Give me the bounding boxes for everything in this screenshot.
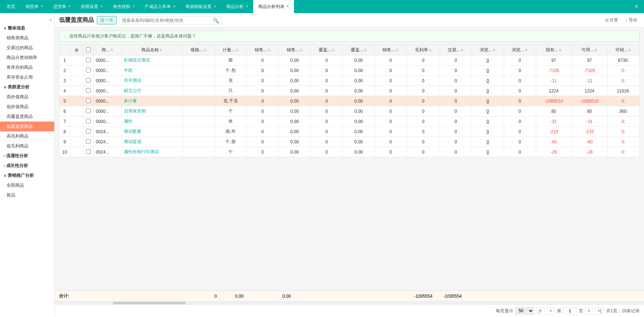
check-all-checkbox[interactable] xyxy=(86,47,91,52)
sidebar-item-high-margin[interactable]: 高毛利商品 xyxy=(0,131,54,141)
row-checkbox[interactable] xyxy=(86,58,91,62)
spec-column-header[interactable]: 规格...⇅ xyxy=(182,45,215,55)
sort-icon: ⇅ xyxy=(300,48,303,52)
nav-item-analysis[interactable]: 商品分析 × xyxy=(221,0,253,13)
page-size-select[interactable]: 50 100 200 xyxy=(515,307,534,315)
search-input[interactable] xyxy=(122,18,213,23)
row-browse1[interactable]: 0 xyxy=(472,106,504,116)
unit-column-header[interactable]: 计量...⇅ xyxy=(215,45,247,55)
row-checkbox[interactable] xyxy=(86,119,91,123)
nav-item-purchase[interactable]: 进货单 × xyxy=(48,0,76,13)
next-page-button[interactable]: > xyxy=(585,307,593,314)
sidebar-item-high-coverage[interactable]: 高覆盖度商品 xyxy=(0,112,54,122)
close-icon[interactable]: × xyxy=(41,0,43,13)
margin-column-header[interactable]: 毛利率⇅ xyxy=(407,45,440,55)
chevron-right-icon: › xyxy=(4,154,5,158)
row-checkbox[interactable] xyxy=(86,149,91,154)
sidebar-section-growth[interactable]: › 成长性分析 xyxy=(0,161,54,171)
sidebar-item-traded-goods[interactable]: 交易过的商品 xyxy=(0,43,54,53)
sidebar-item-low-value[interactable]: 低价值商品 xyxy=(0,102,54,112)
row-browse1[interactable]: 0 xyxy=(472,55,504,66)
row-name[interactable]: 属性价格打印测试 xyxy=(121,147,182,157)
row-browse1[interactable]: 0 xyxy=(472,76,504,86)
export-button[interactable]: ↑ 导出 xyxy=(623,16,640,24)
row-checkbox[interactable] xyxy=(86,88,91,93)
row-name[interactable]: 符号测试 xyxy=(121,76,182,86)
sidebar-section-liquidity[interactable]: › 流通性分析 xyxy=(0,151,54,161)
row-name[interactable]: 牛奶 xyxy=(121,66,182,76)
sidebar-item-in-stock[interactable]: 有库存的商品 xyxy=(0,63,54,72)
nav-item-product-in[interactable]: 产成品入库单 × xyxy=(140,0,180,13)
close-icon[interactable]: × xyxy=(214,0,216,13)
close-icon[interactable]: × xyxy=(287,0,289,13)
last-page-button[interactable]: >| xyxy=(595,307,604,314)
nav-item-template[interactable]: 单据模板设置 × xyxy=(180,0,221,13)
row-browse1[interactable]: 0 xyxy=(472,66,504,76)
row-name[interactable]: 多计量 xyxy=(121,96,182,106)
saleable-column-header[interactable]: 可销...⇅ xyxy=(607,45,639,55)
sidebar-item-category-rate[interactable]: 商品分类动销率 xyxy=(0,53,54,63)
search-icon[interactable]: 🔍 xyxy=(213,17,219,23)
row-name[interactable]: 属性 xyxy=(121,116,182,127)
settings-column-header[interactable]: ⚙ xyxy=(70,45,83,55)
row-browse1[interactable]: 0 xyxy=(472,127,504,137)
nav-close-all-button[interactable]: × xyxy=(631,3,643,10)
sidebar-item-new-goods[interactable]: 新品 xyxy=(0,190,54,200)
row-checkbox[interactable] xyxy=(86,139,91,144)
row-checkbox[interactable] xyxy=(86,78,91,83)
row-checkbox[interactable] xyxy=(86,68,91,72)
row-browse1[interactable]: 0 xyxy=(472,116,504,127)
row-name[interactable]: 测试数量 xyxy=(121,127,182,137)
row-checkbox[interactable] xyxy=(86,129,91,134)
sidebar-section-class-analysis[interactable]: ∨ 类群度分析 xyxy=(0,82,54,92)
sidebar-collapse-button[interactable]: « xyxy=(0,16,54,23)
sidebar-section-overall[interactable]: ∨ 整体信息 xyxy=(0,23,54,33)
cover1-column-header[interactable]: 覆盖...⇅ xyxy=(311,45,343,55)
row-checkbox[interactable] xyxy=(86,98,91,103)
date-filter-button[interactable]: 近一月 xyxy=(97,16,117,24)
row-browse1[interactable]: 0 xyxy=(472,137,504,147)
close-icon[interactable]: × xyxy=(246,0,248,13)
sidebar-item-high-value[interactable]: 高价值商品 xyxy=(0,92,54,102)
nav-item-analysis-list[interactable]: 商品分析列表 × xyxy=(253,0,294,13)
page-number-input[interactable] xyxy=(564,307,577,314)
browse1-column-header[interactable]: 浏览...⇅ xyxy=(472,45,504,55)
sidebar-item-low-margin[interactable]: 低毛利商品 xyxy=(0,141,54,151)
close-icon[interactable]: × xyxy=(68,0,71,13)
row-name[interactable]: 启用保质期 xyxy=(121,106,182,116)
check-all-column-header[interactable] xyxy=(83,45,94,55)
browse2-column-header[interactable]: 浏览...⇅ xyxy=(504,45,536,55)
close-icon[interactable]: × xyxy=(101,0,103,13)
first-page-button[interactable]: |< xyxy=(536,307,545,314)
name-column-header[interactable]: 商品名称⇅ xyxy=(121,45,182,55)
nav-item-home[interactable]: 首页 xyxy=(1,0,20,13)
sidebar-section-marketing[interactable]: ∨ 营销推广分析 xyxy=(0,171,54,181)
close-icon[interactable]: × xyxy=(133,0,135,13)
row-name[interactable]: 测试提成 xyxy=(121,137,182,147)
trade-column-header[interactable]: 交易...⇅ xyxy=(440,45,472,55)
sales3-column-header[interactable]: 销售...⇅ xyxy=(375,45,407,55)
row-name[interactable]: 旺铺批次测试 xyxy=(121,55,182,66)
nav-item-sales[interactable]: 销货单 × xyxy=(20,0,48,13)
row-browse1[interactable]: 0 xyxy=(472,96,504,106)
code-column-header[interactable]: 商...⇅ xyxy=(94,45,122,55)
current-column-header[interactable]: 现有...⇅ xyxy=(536,45,572,55)
close-icon[interactable]: × xyxy=(173,0,175,13)
row-browse1[interactable]: 0 xyxy=(472,86,504,96)
row-name[interactable]: 眠宝公仔 xyxy=(121,86,182,96)
sidebar-item-sales-goods[interactable]: 销售类商品 xyxy=(0,33,54,43)
sidebar-item-low-coverage[interactable]: 低覆盖度商品 xyxy=(0,122,54,131)
cover2-column-header[interactable]: 覆盖...⇅ xyxy=(343,45,375,55)
nav-item-permission[interactable]: 权限设置 × xyxy=(76,0,108,13)
sidebar-item-all-goods[interactable]: 全部商品 xyxy=(0,181,54,190)
sidebar-item-stock-capital[interactable]: 库存资金占用 xyxy=(0,72,54,82)
row-checkbox[interactable] xyxy=(86,108,91,113)
row-browse1[interactable]: 0 xyxy=(472,147,504,157)
sales-qty-column-header[interactable]: 销售...⇅ xyxy=(247,45,279,55)
share-button[interactable]: ⎘ 分享 xyxy=(604,16,620,24)
available-column-header[interactable]: 可用...⇅ xyxy=(572,45,607,55)
sales-amt-column-header[interactable]: 销售...⇅ xyxy=(279,45,311,55)
nav-item-role[interactable]: 角色授权 × xyxy=(108,0,140,13)
row-sales-amt: 0.00 xyxy=(279,55,311,66)
prev-page-button[interactable]: < xyxy=(547,307,555,314)
